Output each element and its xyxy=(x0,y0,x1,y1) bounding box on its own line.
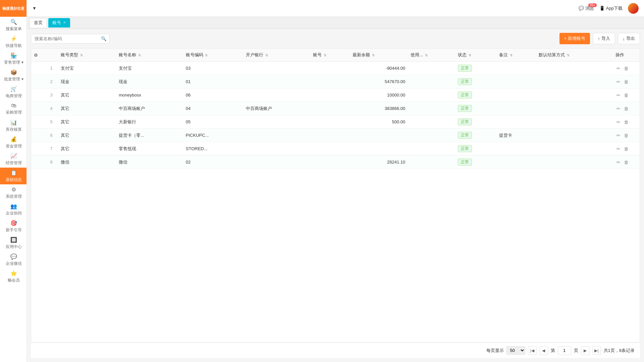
sidebar-item-系统管理[interactable]: ⚙系统管理 xyxy=(0,184,26,201)
row-payment xyxy=(536,129,613,142)
edit-icon[interactable]: ✏ xyxy=(616,133,621,138)
next-page-button[interactable]: ▶ xyxy=(581,346,590,355)
col-remark[interactable]: 备注 ⇅ xyxy=(496,49,536,62)
row-usage xyxy=(408,129,455,142)
sidebar-item-应用中心[interactable]: 🔲应用中心 xyxy=(0,235,26,251)
sidebar-item-搜索菜单[interactable]: 🔍搜索菜单 xyxy=(0,17,26,34)
col-account[interactable]: 账号 ⇅ xyxy=(310,49,350,62)
import-icon: ↑ xyxy=(598,36,600,41)
page-number-input[interactable] xyxy=(558,346,571,355)
col-usage[interactable]: 使用... ⇅ xyxy=(408,49,455,62)
delete-icon[interactable]: 🗑 xyxy=(624,79,629,84)
edit-icon[interactable]: ✏ xyxy=(616,119,621,125)
sidebar-item-资金管理[interactable]: 💰资金管理 xyxy=(0,134,26,151)
status-badge: 正常 xyxy=(458,132,472,139)
sidebar-item-label: 搜索菜单 xyxy=(6,26,22,32)
delete-icon[interactable]: 🗑 xyxy=(624,160,629,165)
sidebar-item-新手引导[interactable]: 🎯新手引导 xyxy=(0,218,26,235)
sidebar-item-畅会员[interactable]: ⭐畅会员 xyxy=(0,268,26,285)
delete-icon[interactable]: 🗑 xyxy=(624,146,629,152)
row-actions: ✏ 🗑 xyxy=(613,75,640,88)
row-status: 正常 xyxy=(455,75,496,88)
col-code[interactable]: 账号编码 ⇅ xyxy=(183,49,244,62)
row-account xyxy=(310,142,350,156)
col-bank[interactable]: 开户银行 ⇅ xyxy=(243,49,310,62)
phone-icon: 📱 xyxy=(599,6,605,11)
delete-icon[interactable]: 🗑 xyxy=(624,106,629,111)
sidebar-item-企业协同[interactable]: 👥企业协同 xyxy=(0,201,26,218)
edit-icon[interactable]: ✏ xyxy=(616,160,621,165)
row-payment xyxy=(536,75,613,88)
edit-icon[interactable]: ✏ xyxy=(616,66,621,71)
row-actions: ✏ 🗑 xyxy=(613,62,640,75)
dropdown-arrow: ▼ xyxy=(32,6,37,11)
export-button[interactable]: ↓ 导出 xyxy=(618,33,640,44)
sidebar-item-批发管理[interactable]: 📦批发管理 ▾ xyxy=(0,67,26,84)
import-button[interactable]: ↑ 导入 xyxy=(593,33,615,44)
row-balance: 383866.00 xyxy=(350,102,408,115)
edit-icon[interactable]: ✏ xyxy=(616,79,621,84)
tab-account[interactable]: 账号 ✕ xyxy=(48,18,70,27)
edit-icon[interactable]: ✏ xyxy=(616,93,621,98)
col-balance[interactable]: 最新余额 ⇅ xyxy=(350,49,408,62)
tab-account-close[interactable]: ✕ xyxy=(63,20,66,25)
row-name: 中百商场账户 xyxy=(116,102,183,115)
delete-icon[interactable]: 🗑 xyxy=(624,66,629,71)
sidebar-item-采购管理[interactable]: 🛍采购管理 xyxy=(0,101,26,117)
sidebar-icon: 🔲 xyxy=(10,237,17,243)
col-settings[interactable]: ⚙ xyxy=(31,49,45,62)
first-page-button[interactable]: |◀ xyxy=(528,346,537,355)
row-name: 提货卡（零... xyxy=(116,129,183,142)
tab-bar: 首页 账号 ✕ xyxy=(27,17,644,29)
sidebar-item-快捷导航[interactable]: ⚡快捷导航 xyxy=(0,34,26,50)
app-label: App下载 xyxy=(606,5,623,11)
add-account-button[interactable]: + 新增账号 xyxy=(559,33,590,44)
prev-page-button[interactable]: ◀ xyxy=(539,346,548,355)
sidebar-item-label: 基础信息 xyxy=(6,177,22,183)
edit-icon[interactable]: ✏ xyxy=(616,106,621,111)
message-badge: 99+ xyxy=(588,3,597,7)
sidebar-item-零售管理[interactable]: 🏪零售管理 ▾ xyxy=(0,50,26,67)
status-badge: 正常 xyxy=(458,92,472,99)
col-payment[interactable]: 默认结算方式 ⇅ xyxy=(536,49,613,62)
sidebar-item-库存核算[interactable]: 📊库存核算 xyxy=(0,117,26,134)
sidebar: 畅捷通好生意 🔍搜索菜单⚡快捷导航🏪零售管理 ▾📦批发管理 ▾🛒电商管理🛍采购管… xyxy=(0,0,27,362)
topbar: ▼ 💬 消息 99+ 📱 App下载 xyxy=(27,0,644,17)
edit-icon[interactable]: ✏ xyxy=(616,146,621,152)
col-status[interactable]: 状态 ⇅ xyxy=(455,49,496,62)
company-dropdown[interactable]: ▼ xyxy=(32,6,37,11)
user-avatar[interactable] xyxy=(628,3,639,14)
delete-icon[interactable]: 🗑 xyxy=(624,119,629,125)
app-download-button[interactable]: 📱 App下载 xyxy=(599,5,623,11)
sidebar-item-基础信息[interactable]: 📋基础信息 xyxy=(0,168,26,184)
message-button[interactable]: 💬 消息 99+ xyxy=(579,5,594,11)
row-index: 6 xyxy=(45,129,58,142)
table-row: 6 其它 提货卡（零... PICKUPC... 正常 提货卡 ✏ 🗑 xyxy=(31,129,640,142)
sidebar-item-经营管理[interactable]: 📈经营管理 xyxy=(0,151,26,168)
topbar-left: ▼ xyxy=(32,6,37,11)
sidebar-logo: 畅捷通好生意 xyxy=(0,0,26,17)
message-icon: 💬 xyxy=(579,6,584,11)
tab-home[interactable]: 首页 xyxy=(30,18,47,27)
col-type[interactable]: 账号类型 ⇅ xyxy=(58,49,116,62)
sidebar-item-电商管理[interactable]: 🛒电商管理 xyxy=(0,84,26,101)
search-button[interactable]: 🔍 xyxy=(98,34,109,43)
col-name[interactable]: 账号名称 ⇅ xyxy=(116,49,183,62)
status-badge: 正常 xyxy=(458,118,472,125)
row-name: 大新银行 xyxy=(116,115,183,129)
per-page-select[interactable]: 50 20 100 xyxy=(506,346,525,355)
sidebar-item-label: 经营管理 xyxy=(6,160,22,166)
delete-icon[interactable]: 🗑 xyxy=(624,93,629,98)
delete-icon[interactable]: 🗑 xyxy=(624,133,629,138)
row-settings xyxy=(31,88,45,102)
table-row: 4 其它 中百商场账户 04 中百商场账户 383866.00 正常 ✏ 🗑 xyxy=(31,102,640,115)
table-row: 8 微信 微信 02 28241.10 正常 ✏ 🗑 xyxy=(31,156,640,169)
tab-home-label: 首页 xyxy=(34,20,43,26)
last-page-button[interactable]: ▶| xyxy=(592,346,601,355)
row-settings xyxy=(31,142,45,156)
sidebar-item-label: 批发管理 ▾ xyxy=(4,76,23,82)
sidebar-item-企业微信[interactable]: 💬企业微信 xyxy=(0,251,26,268)
content-header: 🔍 + 新增账号 ↑ 导入 ↓ 导出 xyxy=(31,33,640,44)
search-input[interactable] xyxy=(31,34,98,43)
row-account xyxy=(310,102,350,115)
